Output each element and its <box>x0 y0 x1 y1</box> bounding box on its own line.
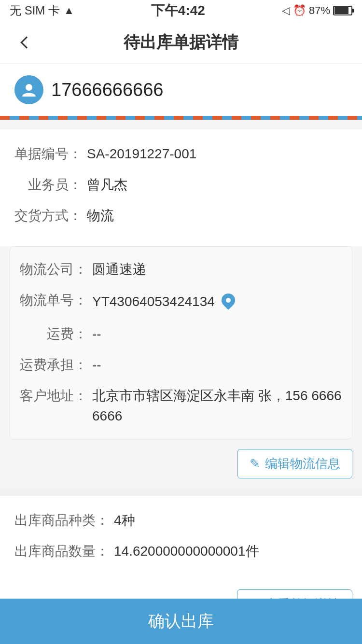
salesman-value: 曾凡杰 <box>87 175 348 195</box>
confirm-btn-wrap[interactable]: 确认出库 <box>0 599 362 644</box>
status-left: 无 SIM 卡 ▲ <box>10 3 74 18</box>
delivery-row: 交货方式： 物流 <box>14 206 348 226</box>
freight-label: 运费： <box>20 324 87 344</box>
goods-type-row: 出库商品种类： 4种 <box>14 510 348 531</box>
goods-section: 出库商品种类： 4种 出库商品数量： 14.620000000000001件 <box>0 496 362 582</box>
battery-percent: 87% <box>309 4 330 17</box>
address-label: 客户地址： <box>20 386 87 406</box>
nav-bar: 待出库单据详情 <box>0 21 362 64</box>
freight-bear-value: -- <box>92 355 342 375</box>
logistics-tracking-row: 物流单号： YT43064053424134 <box>20 290 342 313</box>
page-title: 待出库单据详情 <box>39 31 323 54</box>
edit-icon: ✎ <box>250 456 260 471</box>
freight-bear-row: 运费承担： -- <box>20 355 342 375</box>
status-time: 下午4:42 <box>151 1 205 20</box>
pin-icon <box>219 291 238 310</box>
back-arrow-icon <box>20 36 32 48</box>
battery-fill <box>334 7 348 14</box>
goods-quantity-row: 出库商品数量： 14.620000000000001件 <box>14 541 348 561</box>
freight-row: 运费： -- <box>20 324 342 344</box>
dashed-divider <box>0 116 362 120</box>
goods-type-label: 出库商品种类： <box>14 510 109 531</box>
confirm-btn-text: 确认出库 <box>148 612 214 630</box>
address-value: 北京市市辖区海淀区永丰南 张，156 6666 6666 <box>92 386 342 426</box>
status-right: ◁ ⏰ 87% <box>282 4 352 17</box>
doc-no-row: 单据编号： SA-20191227-001 <box>14 144 348 164</box>
salesman-row: 业务员： 曾凡杰 <box>14 175 348 195</box>
section-divider <box>0 488 362 496</box>
customer-phone: 17666666666 <box>51 80 163 100</box>
logistics-company-value: 圆通速递 <box>92 259 342 280</box>
back-button[interactable] <box>14 30 39 55</box>
goods-quantity-value: 14.620000000000001件 <box>114 541 348 561</box>
logistics-company-label: 物流公司： <box>20 259 87 280</box>
battery-icon <box>333 6 352 15</box>
doc-no-value: SA-20191227-001 <box>87 144 348 164</box>
goods-type-value: 4种 <box>114 510 348 531</box>
doc-info-section: 单据编号： SA-20191227-001 业务员： 曾凡杰 交货方式： 物流 <box>0 129 362 246</box>
carrier-text: 无 SIM 卡 <box>10 3 60 18</box>
track-location-icon[interactable] <box>222 290 235 313</box>
edit-logistics-button[interactable]: ✎ 编辑物流信息 <box>237 449 352 478</box>
edit-logistics-label: 编辑物流信息 <box>265 455 340 472</box>
logistics-tracking-value: YT43064053424134 <box>92 290 342 313</box>
delivery-value: 物流 <box>87 206 348 226</box>
salesman-label: 业务员： <box>14 175 82 195</box>
freight-bear-label: 运费承担： <box>20 355 87 375</box>
edit-logistics-wrap: ✎ 编辑物流信息 <box>0 449 362 488</box>
logistics-company-row: 物流公司： 圆通速递 <box>20 259 342 280</box>
wifi-icon: ▲ <box>64 4 74 17</box>
customer-section: 17666666666 <box>0 64 362 116</box>
delivery-label: 交货方式： <box>14 206 82 226</box>
address-row: 客户地址： 北京市市辖区海淀区永丰南 张，156 6666 6666 <box>20 386 342 426</box>
doc-no-label: 单据编号： <box>14 144 82 164</box>
alarm-icon: ⏰ <box>293 4 306 17</box>
user-icon <box>20 81 38 98</box>
svg-point-0 <box>26 84 32 91</box>
logistics-tracking-label: 物流单号： <box>20 290 87 310</box>
location-service-icon: ◁ <box>282 4 290 17</box>
logistics-card: 物流公司： 圆通速递 物流单号： YT43064053424134 运费： --… <box>10 246 352 439</box>
freight-value: -- <box>92 324 342 344</box>
goods-quantity-label: 出库商品数量： <box>14 541 109 561</box>
avatar <box>14 75 43 104</box>
status-bar: 无 SIM 卡 ▲ 下午4:42 ◁ ⏰ 87% <box>0 0 362 21</box>
